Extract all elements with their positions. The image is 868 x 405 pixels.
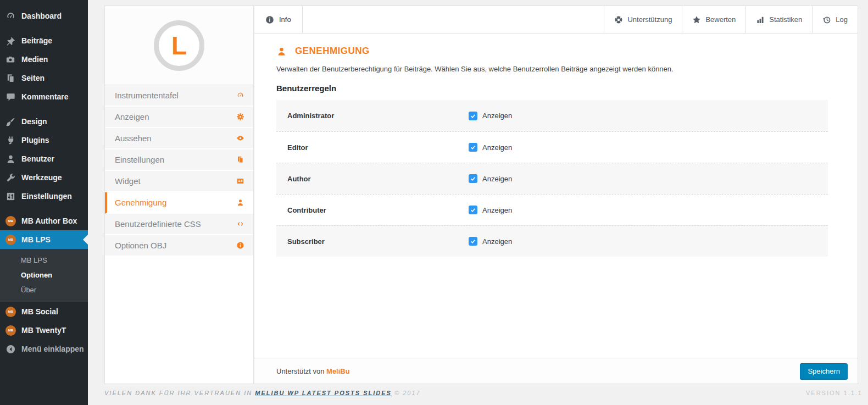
sidebar-item-label: MB Author Box — [21, 217, 77, 225]
anzeigen-checkbox[interactable]: Anzeigen — [469, 237, 512, 246]
sidebar-item-label: Seiten — [21, 74, 44, 82]
tab-action-label: Log — [836, 15, 848, 24]
page-head: GENEHMIGUNG — [276, 46, 828, 57]
plugin-menu-item-instrumententafel[interactable]: Instrumententafel — [105, 85, 253, 107]
tab-action-label: Unterstützung — [627, 15, 672, 24]
sidebar-item-einstellungen[interactable]: Einstellungen — [0, 187, 88, 206]
sidebar-item-seiten[interactable]: Seiten — [0, 69, 88, 87]
sidebar-item-kommentare[interactable]: Kommentare — [0, 87, 88, 106]
checkbox-label: Anzeigen — [482, 112, 512, 120]
star-icon — [692, 15, 701, 24]
submenu-item-mb-lps[interactable]: MB LPS — [0, 253, 88, 268]
sidebar-item-mb-social[interactable]: MB MB Social — [0, 302, 88, 321]
support-icon — [614, 15, 623, 24]
plugin-menu-label: Genehmigung — [115, 198, 166, 207]
main-panel: Info Unterstützung Bewerten Statistik — [254, 5, 858, 384]
role-name: Author — [287, 175, 469, 183]
copy-icon — [236, 156, 244, 164]
plugin-menu-item-widget[interactable]: Widget — [105, 171, 253, 192]
plugin-menu-label: Anzeigen — [115, 112, 149, 121]
submenu-item-optionen[interactable]: Optionen — [0, 268, 88, 282]
sidebar-item-werkzeuge[interactable]: Werkzeuge — [0, 168, 88, 187]
sidebar-item-dashboard[interactable]: Dashboard — [0, 7, 88, 25]
info-icon — [236, 241, 244, 249]
sidebar-item-beitraege[interactable]: Beiträge — [0, 31, 88, 50]
sidebar-item-plugins[interactable]: Plugins — [0, 131, 88, 149]
sidebar-item-label: MB Social — [21, 307, 58, 316]
role-row-administrator: Administrator Anzeigen — [276, 100, 828, 131]
gear-icon — [236, 113, 244, 121]
pages-icon — [5, 73, 16, 84]
history-icon — [822, 15, 831, 24]
mb-badge-icon: MB — [5, 235, 16, 245]
checkbox-checked-icon[interactable] — [469, 206, 477, 214]
checkbox-checked-icon[interactable] — [469, 237, 477, 246]
plugin-menu-item-einstellungen[interactable]: Einstellungen — [105, 149, 253, 171]
stats-icon — [756, 15, 765, 24]
media-icon — [5, 54, 16, 65]
tab-log[interactable]: Log — [812, 6, 858, 33]
sidebar-item-label: Werkzeuge — [21, 173, 62, 182]
plugin-logo-circle: L — [154, 20, 204, 71]
sidebar-item-mb-lps[interactable]: MB MB LPS — [0, 230, 88, 249]
sidebar-item-label: Kommentare — [21, 92, 69, 101]
settings-icon — [5, 191, 16, 202]
plugin-menu-item-optionen-obj[interactable]: Optionen OBJ — [105, 235, 253, 257]
mb-badge-icon: MB — [5, 325, 16, 336]
plugin-logo: L — [105, 6, 253, 85]
gauge-icon — [236, 91, 244, 99]
main-content: GENEHMIGUNG Verwalten der Benutzerberech… — [254, 34, 858, 257]
sidebar-separator — [0, 106, 88, 112]
roles-list: Administrator Anzeigen Editor An — [276, 100, 828, 257]
sidebar-item-label: Benutzer — [21, 154, 54, 163]
plugin-menu-item-genehmigung[interactable]: Genehmigung — [105, 192, 253, 214]
plugin-menu-label: Einstellungen — [115, 155, 164, 164]
top-tabbar: Info Unterstützung Bewerten Statistik — [254, 6, 858, 34]
anzeigen-checkbox[interactable]: Anzeigen — [469, 143, 512, 152]
plugin-logo-letter: L — [171, 33, 187, 58]
person-icon — [236, 198, 244, 207]
sidebar-item-design[interactable]: Design — [0, 112, 88, 131]
page-title: GENEHMIGUNG — [295, 46, 370, 57]
plugin-sidebar-card: L Instrumententafel Anzeigen Aussehen — [104, 5, 254, 384]
anzeigen-checkbox[interactable]: Anzeigen — [469, 112, 512, 120]
checkbox-checked-icon[interactable] — [469, 174, 477, 183]
sidebar-item-label: Einstellungen — [21, 192, 72, 201]
collapse-menu-button[interactable]: Menü einklappen — [0, 340, 88, 358]
eye-icon — [236, 134, 244, 142]
plugin-menu-item-benutzerdefinierte-css[interactable]: Benutzerdefinierte CSS — [105, 214, 253, 235]
checkbox-label: Anzeigen — [482, 237, 512, 246]
tab-bewerten[interactable]: Bewerten — [682, 6, 745, 33]
plugin-menu-item-anzeigen[interactable]: Anzeigen — [105, 107, 253, 128]
submenu-item-ueber[interactable]: Über — [0, 282, 88, 297]
plugin-menu-item-aussehen[interactable]: Aussehen — [105, 128, 253, 149]
powered-by: Unterstützt von MeliBu — [276, 367, 350, 375]
sidebar-item-benutzer[interactable]: Benutzer — [0, 149, 88, 168]
role-row-author: Author Anzeigen — [276, 163, 828, 194]
role-row-subscriber: Subscriber Anzeigen — [276, 225, 828, 257]
anzeigen-checkbox[interactable]: Anzeigen — [469, 206, 512, 214]
plugin-menu: Instrumententafel Anzeigen Aussehen Eins… — [105, 85, 253, 257]
sidebar-item-medien[interactable]: Medien — [0, 50, 88, 69]
tab-statistiken[interactable]: Statistiken — [745, 6, 812, 33]
tab-unterstuetzung[interactable]: Unterstützung — [604, 6, 682, 33]
sidebar-item-mb-twentyt[interactable]: MB MB TwentyT — [0, 321, 88, 340]
footer-plugin-link[interactable]: MELIBU WP LATEST POSTS SLIDES — [255, 390, 392, 396]
person-icon — [276, 46, 287, 57]
plugin-menu-label: Widget — [115, 176, 141, 186]
sidebar-item-label: Medien — [21, 55, 48, 64]
user-icon — [5, 154, 16, 164]
powered-by-text: Unterstützt von — [276, 367, 324, 375]
anzeigen-checkbox[interactable]: Anzeigen — [469, 174, 512, 183]
mb-badge-icon: MB — [5, 307, 16, 317]
save-button[interactable]: Speichern — [800, 363, 848, 379]
checkbox-checked-icon[interactable] — [469, 143, 477, 152]
role-row-contributer: Contributer Anzeigen — [276, 194, 828, 225]
brand-link[interactable]: MeliBu — [326, 367, 350, 375]
tab-info[interactable]: Info — [254, 6, 303, 33]
sidebar-item-label: Plugins — [21, 136, 49, 145]
sidebar-separator — [0, 25, 88, 31]
mb-lps-submenu: MB LPS Optionen Über — [0, 249, 88, 302]
checkbox-checked-icon[interactable] — [469, 112, 477, 120]
sidebar-item-mb-author-box[interactable]: MB MB Author Box — [0, 212, 88, 230]
